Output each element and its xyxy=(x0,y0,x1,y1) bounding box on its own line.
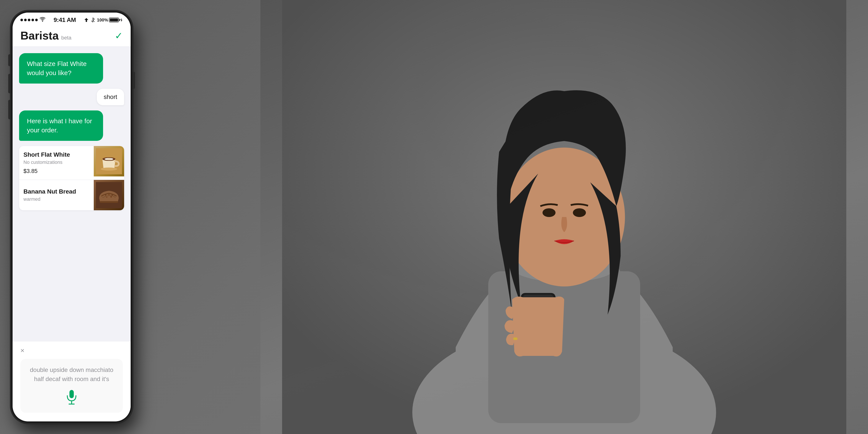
bottom-section: × double upside down macchiato half deca… xyxy=(12,341,131,422)
order-item-banana-bread: Banana Nut Bread warmed xyxy=(19,180,124,210)
wifi-icon xyxy=(39,17,45,23)
status-time: 9:41 AM xyxy=(54,17,76,24)
status-right: 100% xyxy=(84,18,123,23)
voice-transcription-text: double upside down macchiato half decaf … xyxy=(28,365,115,384)
flat-white-image xyxy=(94,146,124,177)
battery-indicator: 100% xyxy=(97,18,123,23)
status-bar: 9:41 AM 100% xyxy=(12,12,131,26)
svg-rect-2 xyxy=(488,271,640,423)
chat-area: What size Flat White would you like? sho… xyxy=(12,46,131,341)
close-button[interactable]: × xyxy=(21,346,25,354)
banana-bread-name: Banana Nut Bread xyxy=(24,188,89,195)
svg-point-20 xyxy=(108,193,110,195)
bluetooth-icon xyxy=(91,18,95,23)
signal-dot-1 xyxy=(21,19,23,21)
svg-point-22 xyxy=(106,196,107,198)
order-item-banana-bread-info: Banana Nut Bread warmed xyxy=(19,180,94,210)
svg-point-23 xyxy=(111,196,112,197)
signal-dot-5 xyxy=(35,19,38,21)
voice-area: double upside down macchiato half decaf … xyxy=(21,359,123,413)
user-reply: short xyxy=(97,89,124,105)
svg-rect-11 xyxy=(513,337,518,340)
app-header: Barista beta ✓ xyxy=(12,26,131,46)
order-item-flat-white-info: Short Flat White No customizations $3.85 xyxy=(19,146,94,180)
svg-point-12 xyxy=(42,21,43,22)
signal-dot-3 xyxy=(28,19,30,21)
mic-button[interactable] xyxy=(63,389,80,406)
app-title-area: Barista beta xyxy=(21,29,71,42)
checkmark-icon[interactable]: ✓ xyxy=(115,30,123,41)
volume-down-button xyxy=(8,100,11,119)
silent-switch xyxy=(8,54,11,66)
svg-point-19 xyxy=(105,194,106,196)
svg-rect-24 xyxy=(100,201,118,203)
battery-bar xyxy=(109,18,119,22)
location-icon xyxy=(84,18,89,22)
banana-bread-customization: warmed xyxy=(24,196,89,202)
app-title: Barista xyxy=(21,29,59,42)
app-beta-label: beta xyxy=(61,35,71,41)
flat-white-name: Short Flat White xyxy=(24,151,89,158)
flat-white-price: $3.85 xyxy=(24,168,89,175)
volume-up-button xyxy=(8,74,11,93)
close-row: × xyxy=(21,346,123,354)
phone-body: 9:41 AM 100% xyxy=(11,11,132,423)
svg-point-8 xyxy=(573,208,586,217)
signal-dot-2 xyxy=(24,19,27,21)
order-item-flat-white: Short Flat White No customizations $3.85 xyxy=(19,146,124,180)
svg-point-21 xyxy=(112,194,113,196)
phone-device: 9:41 AM 100% xyxy=(11,11,132,423)
mic-icon xyxy=(65,389,78,406)
svg-point-7 xyxy=(542,208,556,217)
bread-illustration xyxy=(96,182,122,208)
battery-percent: 100% xyxy=(97,18,108,23)
flat-white-customization: No customizations xyxy=(24,159,89,165)
svg-point-17 xyxy=(101,167,117,170)
bot-message-2: Here is what I have for your order. xyxy=(19,111,103,141)
coffee-cup-illustration xyxy=(96,148,122,174)
bot-message-1: What size Flat White would you like? xyxy=(19,53,103,84)
svg-point-16 xyxy=(107,158,111,160)
power-button xyxy=(132,72,135,89)
banana-bread-image xyxy=(94,180,124,210)
signal-strength xyxy=(21,19,38,21)
signal-dot-4 xyxy=(31,19,34,21)
person-background xyxy=(260,0,868,434)
status-left xyxy=(21,17,45,23)
svg-rect-25 xyxy=(69,390,74,398)
order-section: Short Flat White No customizations $3.85 xyxy=(19,146,124,210)
phone-screen: 9:41 AM 100% xyxy=(12,12,131,422)
charging-icon xyxy=(120,18,123,22)
person-illustration xyxy=(282,0,846,434)
battery-fill xyxy=(110,19,118,22)
